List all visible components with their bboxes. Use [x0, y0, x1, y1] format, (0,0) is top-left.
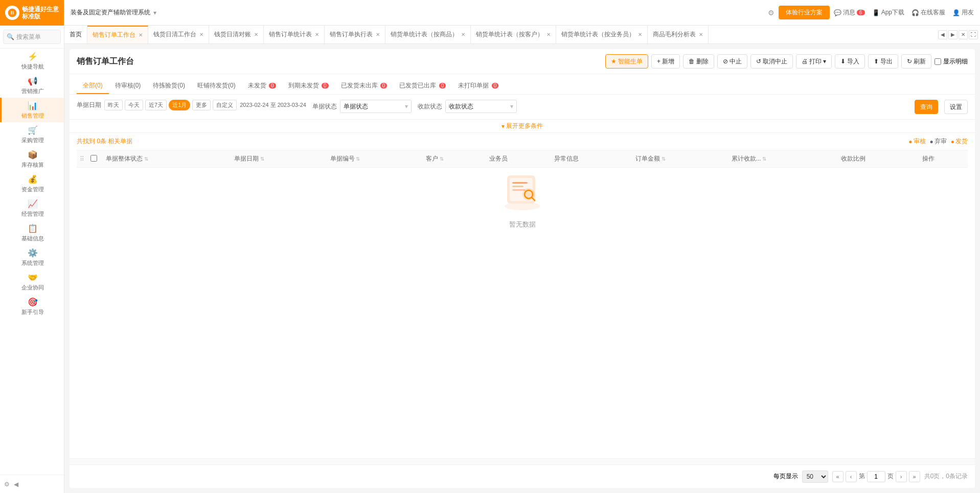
tab-sales-stats-by-product-close[interactable]: ✕ [461, 32, 465, 37]
status-col-header[interactable]: 单据整体状态 [103, 150, 231, 168]
user-action[interactable]: 👤 用友 [952, 8, 974, 17]
date-btn-more[interactable]: 更多 [192, 100, 211, 110]
date-btn-custom[interactable]: 自定义 [213, 100, 237, 110]
tab-sales-stats-by-customer-close[interactable]: ✕ [546, 32, 551, 37]
tab-cash-goods-reconcile[interactable]: 钱货日清对账 ✕ [209, 26, 264, 44]
sidebar-item-inventory[interactable]: 📦 库存核算 [0, 147, 64, 171]
phone-icon: 📱 [872, 9, 880, 16]
show-detail-checkbox-label[interactable]: 显示明细 [935, 57, 968, 66]
tab-sales-stats-by-staff[interactable]: 销货单统计表（按业务员） ✕ [556, 26, 648, 44]
next-page-btn[interactable]: › [896, 471, 907, 482]
smart-create-btn[interactable]: ★ 智能生单 [605, 54, 648, 69]
review-action-btn[interactable]: ● 审核 [908, 137, 925, 146]
sidebar-item-finance[interactable]: 💰 资金管理 [0, 171, 64, 196]
export-btn[interactable]: ⬆ 导出 [868, 54, 898, 69]
sidebar-item-guide[interactable]: 🎯 新手引导 [0, 294, 64, 319]
date-btn-today[interactable]: 今天 [125, 100, 143, 110]
customer-col-header[interactable]: 客户 [423, 150, 486, 168]
export-icon: ⬆ [874, 58, 879, 65]
status-select[interactable]: 单据状态 ▾ [340, 100, 412, 113]
settings-icon[interactable]: ⚙ [4, 481, 10, 488]
filter-settings-btn[interactable]: 设置 [944, 100, 968, 114]
tab-sales-order-workbench-close[interactable]: ✕ [139, 32, 143, 38]
tab-sales-order-stats-close[interactable]: ✕ [315, 32, 319, 37]
sidebar-item-basic[interactable]: 📋 基础信息 [0, 220, 64, 245]
sidebar: 畅捷通好生意 标准版 🔍 搜索菜单 ⚡ 快捷导航 📢 营销推广 📊 销售管理 🛒… [0, 0, 64, 493]
tab-sales-stats-by-staff-close[interactable]: ✕ [638, 32, 642, 37]
sidebar-item-system[interactable]: ⚙️ 系统管理 [0, 245, 64, 270]
tab-close-all-btn[interactable]: ✕ [959, 30, 968, 39]
sidebar-item-marketing[interactable]: 📢 营销推广 [0, 73, 64, 98]
tab-sales-stats-by-customer[interactable]: 销货单统计表（按客户） ✕ [471, 26, 556, 44]
date-btn-yesterday[interactable]: 昨天 [104, 100, 123, 110]
sidebar-item-purchase[interactable]: 🛒 采购管理 [0, 122, 64, 147]
online-service-action[interactable]: 🎧 在线客服 [911, 8, 945, 17]
prev-page-btn[interactable]: ‹ [846, 471, 857, 482]
delete-btn[interactable]: 🗑 删除 [683, 54, 714, 69]
quick-nav-icon: ⚡ [28, 52, 38, 61]
sidebar-item-operations[interactable]: 📈 经营管理 [0, 196, 64, 220]
page-label: 第 [859, 472, 865, 481]
show-detail-checkbox[interactable] [935, 58, 941, 65]
tab-sales-stats-by-product[interactable]: 销货单统计表（按商品） ✕ [385, 26, 471, 44]
date-btn-7days[interactable]: 近7天 [145, 100, 167, 110]
last-page-btn[interactable]: » [909, 471, 920, 482]
tab-home[interactable]: 首页 [64, 26, 87, 44]
select-all-checkbox[interactable] [90, 155, 97, 162]
promo-button[interactable]: 体验行业方案 [779, 6, 830, 19]
message-icon: 💬 [834, 9, 841, 16]
tab-product-margin-close[interactable]: ✕ [699, 32, 703, 37]
sub-tab-all[interactable]: 全部(0) [77, 78, 109, 94]
sub-tab-overdue-not-shipped[interactable]: 到期未发货 0 [282, 78, 335, 94]
tab-cash-daily-workbench[interactable]: 钱货日清工作台 ✕ [148, 26, 209, 44]
number-col-header[interactable]: 单据编号 [327, 150, 423, 168]
search-menu-button[interactable]: 🔍 搜索菜单 [3, 30, 61, 44]
expand-filter-btn[interactable]: ▾ 展开更多条件 [502, 122, 543, 130]
import-btn[interactable]: ⬇ 导入 [835, 54, 865, 69]
tab-sales-order-stats[interactable]: 销售订单统计表 ✕ [264, 26, 325, 44]
add-btn[interactable]: + 新增 [651, 54, 680, 69]
cancel-review-action-btn[interactable]: ● 弃审 [930, 137, 947, 146]
sub-tab-shipped-out[interactable]: 已发货已出库 0 [393, 78, 452, 94]
date-btn-1month[interactable]: 近1月 [169, 100, 190, 110]
sub-tab-not-shipped[interactable]: 未发货 0 [242, 78, 282, 94]
tab-sales-order-exec[interactable]: 销售订单执行表 ✕ [325, 26, 385, 44]
page-number-input[interactable] [867, 471, 885, 482]
collapse-icon[interactable]: ◀ [14, 481, 18, 488]
sidebar-item-quick-nav[interactable]: ⚡ 快捷导航 [0, 49, 64, 73]
message-action[interactable]: 💬 消息 6 [834, 8, 865, 17]
tab-next-btn[interactable]: ▶ [948, 30, 958, 39]
date-col-header[interactable]: 单据日期 [231, 150, 327, 168]
per-page-select[interactable]: 50 100 200 [802, 470, 828, 483]
settings-gear-icon[interactable]: ⚙ [768, 9, 774, 17]
payment-select[interactable]: 收款状态 ▾ [445, 100, 517, 113]
cancel-stop-btn[interactable]: ↺ 取消中止 [750, 54, 793, 69]
system-dropdown-btn[interactable]: ▾ [153, 9, 156, 16]
tab-maximize-btn[interactable]: ⛶ [969, 30, 978, 39]
sidebar-item-sales[interactable]: 📊 销售管理 [0, 98, 64, 122]
sub-tab-wangpu-pending[interactable]: 旺铺待发货(0) [191, 78, 242, 94]
tab-cash-daily-workbench-close[interactable]: ✕ [199, 32, 203, 37]
tab-sales-order-exec-close[interactable]: ✕ [376, 32, 380, 37]
sub-tab-not-printed[interactable]: 未打印单据 0 [452, 78, 505, 94]
amount-col-header[interactable]: 订单金额 [632, 150, 728, 168]
empty-icon [497, 168, 548, 214]
horizontal-scrollbar[interactable] [70, 458, 975, 464]
received-col-header[interactable]: 累计收款... [728, 150, 838, 168]
sub-tab-shipped-not-out[interactable]: 已发货未出库 0 [335, 78, 394, 94]
query-btn[interactable]: 查询 [915, 100, 938, 114]
tab-prev-btn[interactable]: ◀ [938, 30, 947, 39]
sub-tab-pending-inspect[interactable]: 待拣验货(0) [147, 78, 191, 94]
refresh-btn[interactable]: ↻ 刷新 [901, 54, 931, 69]
stop-btn[interactable]: ⊘ 中止 [717, 54, 747, 69]
sidebar-item-cooperation[interactable]: 🤝 企业协同 [0, 270, 64, 294]
first-page-btn[interactable]: « [832, 471, 844, 482]
tab-sales-order-workbench[interactable]: 销售订单工作台 ✕ [87, 26, 148, 44]
tab-product-margin[interactable]: 商品毛利分析表 ✕ [648, 26, 709, 44]
print-btn[interactable]: 🖨 打印 ▾ [796, 54, 832, 69]
sub-tab-pending-review[interactable]: 待审核(0) [109, 78, 147, 94]
ship-action-btn[interactable]: ● 发货 [951, 137, 968, 146]
tab-cash-goods-reconcile-close[interactable]: ✕ [254, 32, 258, 37]
app-download-action[interactable]: 📱 App下载 [872, 8, 904, 17]
result-count: 共找到 0条 相关单据 [77, 137, 132, 146]
